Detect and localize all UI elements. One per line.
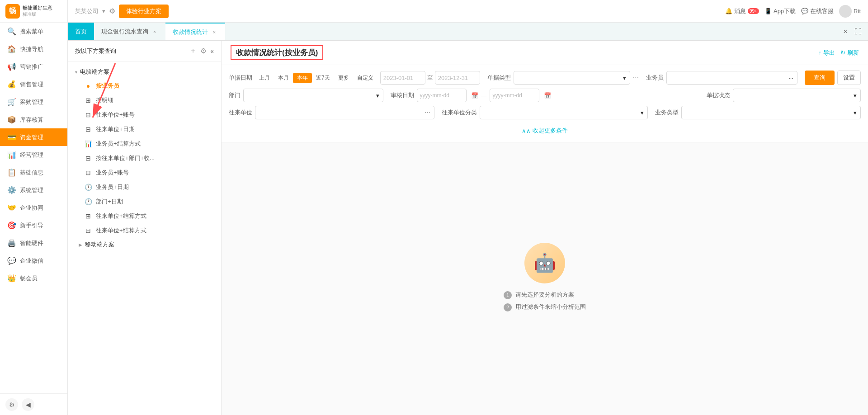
- date-btn-custom[interactable]: 自定义: [353, 73, 377, 83]
- tree-item-salesperson-settlement[interactable]: 📊 业务员+结算方式: [68, 137, 221, 151]
- tree-item-unit-settlement1[interactable]: ⊞ 往来单位+结算方式: [68, 209, 221, 223]
- scheme-collapse-btn[interactable]: «: [210, 47, 214, 55]
- doc-type-select[interactable]: ▾: [514, 71, 630, 85]
- desktop-group-title[interactable]: ▾ 电脑端方案: [68, 65, 221, 79]
- date-start-input[interactable]: 2023-01-01: [380, 71, 425, 85]
- sidebar-item-member[interactable]: 👑 畅会员: [0, 269, 67, 287]
- date-btn-this-month[interactable]: 本月: [274, 73, 293, 83]
- counterparty-category-select[interactable]: ▾: [480, 106, 647, 119]
- tip1-text: 请先选择要分析的方案: [515, 291, 574, 299]
- tree-item-unit-date[interactable]: ⊟ 往来单位+日期: [68, 122, 221, 137]
- filter-counterparty-category-field: 往来单位分类 ▾: [442, 106, 647, 119]
- counterparty-select[interactable]: ···: [255, 106, 434, 119]
- desktop-group-label: 电脑端方案: [80, 68, 109, 76]
- export-button[interactable]: ↑ 导出: [819, 49, 835, 57]
- sidebar-item-basic[interactable]: 📋 基础信息: [0, 164, 67, 181]
- app-download[interactable]: 📱 App下载: [764, 7, 796, 15]
- user-profile[interactable]: Rit: [839, 5, 861, 18]
- doc-type-more-btn[interactable]: ···: [633, 74, 639, 82]
- trial-button[interactable]: 体验行业方案: [119, 5, 169, 18]
- online-service-label: 在线客服: [810, 7, 834, 15]
- sidebar-label-member: 畅会员: [20, 274, 38, 283]
- header-gear-icon[interactable]: ⚙: [109, 7, 115, 15]
- sidebar-item-finance[interactable]: 💳 资金管理: [0, 128, 67, 146]
- sidebar-item-enterprise[interactable]: 🤝 企业协同: [0, 199, 67, 217]
- counterparty-label: 往来单位: [229, 108, 252, 117]
- date-btn-7days[interactable]: 近7天: [312, 73, 334, 83]
- dept-select[interactable]: ▾: [243, 89, 383, 102]
- salesperson-account-label: 业务员+账号: [96, 169, 129, 177]
- sidebar-item-newbie[interactable]: 🎯 新手引导: [0, 217, 67, 234]
- date-btn-more[interactable]: 更多: [334, 73, 353, 83]
- sidebar-item-inventory[interactable]: 📦 库存核算: [0, 111, 67, 128]
- sidebar-item-marketing[interactable]: 📢 营销推广: [0, 58, 67, 75]
- salesperson-select[interactable]: ···: [666, 71, 797, 85]
- page-area: 按以下方案查询 ＋ ⚙ « ▾ 电脑端方案 ● 按业务员: [68, 41, 868, 415]
- tab-close-all-btn[interactable]: ×: [839, 25, 852, 38]
- scheme-settings-btn[interactable]: ⚙: [200, 47, 207, 55]
- by-detail-label: 按明细: [96, 96, 113, 104]
- filter-date-field: 单据日期 上月 本月 本年 近7天 更多 自定义 2023-01-01: [229, 71, 480, 85]
- tip2-text: 用过滤条件来缩小分析范围: [515, 303, 586, 311]
- hardware-icon: 🖨️: [7, 239, 16, 247]
- query-button[interactable]: 查询: [805, 71, 835, 85]
- sidebar-collapse-btn[interactable]: ◀: [22, 398, 34, 411]
- message-notif[interactable]: 🔔 消息 99+: [725, 7, 759, 15]
- page-actions: ↑ 导出 ↻ 刷新: [819, 49, 859, 57]
- sidebar-item-purchase[interactable]: 🛒 采购管理: [0, 93, 67, 111]
- tree-item-dept-date[interactable]: 🕐 部门+日期: [68, 194, 221, 209]
- desktop-group-arrow: ▾: [75, 70, 77, 75]
- inventory-icon: 📦: [7, 115, 16, 124]
- mobile-group-title[interactable]: ▶ 移动端方案: [68, 238, 221, 251]
- unit-settlement1-icon: ⊞: [84, 212, 92, 220]
- sidebar-item-operation[interactable]: 📊 经营管理: [0, 146, 67, 164]
- sidebar-label-sales: 销售管理: [20, 80, 43, 89]
- biz-type-select[interactable]: ▾: [681, 106, 861, 119]
- settings-button[interactable]: 设置: [837, 71, 861, 85]
- tree-item-salesperson-date[interactable]: 🕐 业务员+日期: [68, 180, 221, 194]
- audit-start-cal-icon[interactable]: 📅: [471, 92, 478, 99]
- collapse-button[interactable]: ∧∧ 收起更多条件: [229, 127, 861, 135]
- tab-collection-stats[interactable]: 收款情况统计 ×: [165, 23, 225, 40]
- audit-date-start-input[interactable]: yyyy-mm-dd: [417, 89, 467, 102]
- unit-account-label: 往来单位+账号: [96, 111, 135, 119]
- tab-bank-flow[interactable]: 现金银行流水查询 ×: [94, 23, 165, 40]
- tree-item-unit-settlement2[interactable]: ⊟ 往来单位+结算方式: [68, 223, 221, 238]
- tab-home[interactable]: 首页: [68, 23, 94, 40]
- refresh-button[interactable]: ↻ 刷新: [840, 49, 859, 57]
- sidebar-item-hardware[interactable]: 🖨️ 智能硬件: [0, 234, 67, 252]
- sidebar-item-search-menu[interactable]: 🔍 搜索菜单: [0, 23, 67, 40]
- dept-label: 部门: [229, 91, 241, 99]
- date-btn-last-month[interactable]: 上月: [255, 73, 274, 83]
- tree-item-unit-dept-revenue[interactable]: ⊟ 按往来单位+部门+收...: [68, 151, 221, 165]
- sidebar-item-wechat[interactable]: 💬 企业微信: [0, 252, 67, 269]
- sidebar-settings-btn[interactable]: ⚙: [5, 398, 18, 411]
- add-scheme-btn[interactable]: ＋: [189, 46, 197, 56]
- tree-item-salesperson-account[interactable]: ⊟ 业务员+账号: [68, 165, 221, 180]
- refresh-label: 刷新: [847, 49, 859, 57]
- doc-status-select[interactable]: ▾: [733, 89, 861, 102]
- doc-type-chevron: ▾: [623, 75, 626, 81]
- audit-end-cal-icon[interactable]: 📅: [544, 92, 551, 99]
- sidebar: 畅 畅捷通好生意 标准版 🔍 搜索菜单 🏠 快捷导航 📢 营销推广 💰 销售管理…: [0, 0, 68, 415]
- doc-status-label: 单据状态: [707, 91, 730, 99]
- audit-date-end-input[interactable]: yyyy-mm-dd: [490, 89, 539, 102]
- date-end-input[interactable]: 2023-12-31: [435, 71, 480, 85]
- sidebar-item-system[interactable]: ⚙️ 系统管理: [0, 181, 67, 199]
- tab-collection-stats-close-icon[interactable]: ×: [211, 28, 218, 36]
- sidebar-item-quick-nav[interactable]: 🏠 快捷导航: [0, 40, 67, 58]
- tree-item-unit-account[interactable]: ⊟ 往来单位+账号: [68, 108, 221, 122]
- tree-item-by-salesperson[interactable]: ● 按业务员: [68, 79, 221, 93]
- date-btn-this-year[interactable]: 本年: [293, 73, 312, 83]
- purchase-icon: 🛒: [7, 98, 16, 106]
- tab-expand-btn[interactable]: ⛶: [852, 25, 864, 38]
- counterparty-dots-btn[interactable]: ···: [425, 108, 430, 117]
- page-title-box: 收款情况统计(按业务员): [231, 45, 323, 60]
- tree-item-by-detail[interactable]: ⊞ 按明细: [68, 93, 221, 108]
- sidebar-item-sales[interactable]: 💰 销售管理: [0, 75, 67, 93]
- unit-settlement2-label: 往来单位+结算方式: [96, 226, 146, 235]
- tab-bank-flow-close-icon[interactable]: ×: [151, 28, 158, 35]
- tab-collection-stats-label: 收款情况统计: [173, 28, 208, 36]
- online-service[interactable]: 💬 在线客服: [801, 7, 834, 15]
- newbie-icon: 🎯: [7, 221, 16, 230]
